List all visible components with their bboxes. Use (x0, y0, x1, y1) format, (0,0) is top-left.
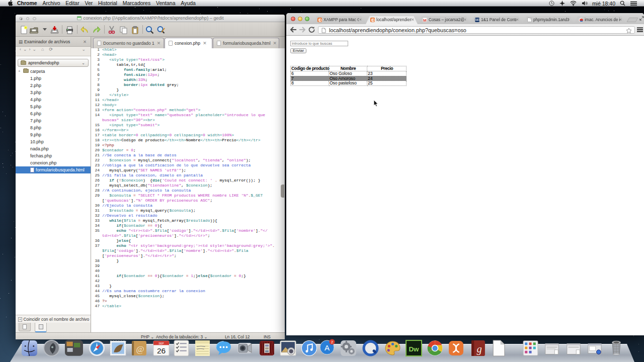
svg-text:Dw: Dw (409, 345, 419, 353)
svg-text:26: 26 (157, 346, 166, 355)
svg-text:SEP: SEP (158, 342, 164, 345)
svg-text:g: g (476, 343, 481, 355)
svg-text:2: 2 (331, 340, 334, 344)
svg-text:A: A (325, 343, 330, 352)
svg-text:@: @ (136, 344, 144, 354)
